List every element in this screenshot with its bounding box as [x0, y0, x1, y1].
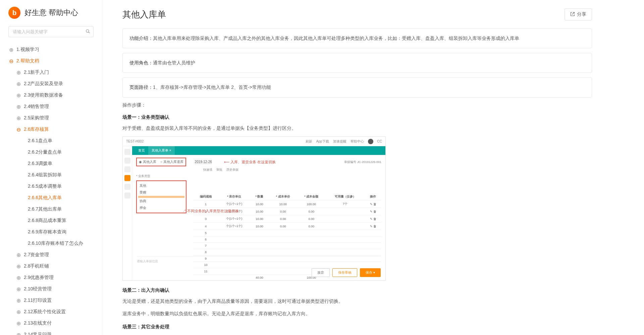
plus-icon	[16, 93, 21, 98]
nav-2-4[interactable]: 2.4销售管理	[8, 101, 94, 112]
intro-box: 功能介绍：其他入库单用来处理除采购入库、产成品入库之外的其他入库业务，因此其他入…	[122, 29, 592, 48]
logo-icon: b	[8, 7, 20, 19]
search-input[interactable]	[8, 26, 94, 37]
nav-2-9[interactable]: 2.9优惠券管理	[8, 272, 94, 283]
nav-stock-8[interactable]: 2.6.8商品成本重算	[8, 215, 94, 226]
plus-icon	[16, 252, 21, 258]
nav-2-12[interactable]: 2.12系统个性化设置	[8, 306, 94, 318]
nav-2-11[interactable]: 2.11打印设置	[8, 295, 94, 306]
plus-icon	[16, 264, 21, 269]
table-row: 4个(1个=1个)10.000.000.00✎ 🗑	[193, 223, 381, 230]
scene2-text1: 无论是受赠，还是其他类型的业务，由于入库商品质量等原因，需要退回，这时可通过单据…	[122, 297, 592, 306]
nav-stock-2[interactable]: 2.6.2分量盘点单	[8, 147, 94, 158]
nav-stock-4[interactable]: 2.6.4组装拆卸单	[8, 169, 94, 181]
nav-video[interactable]: 1.视频学习	[8, 44, 94, 55]
nav-2-5[interactable]: 2.5采购管理	[8, 112, 94, 124]
sidebar: b 好生意 帮助中心 1.视频学习 2.帮助文档 2.1新手入门 2.2产品安装…	[0, 0, 102, 335]
main-content: 其他入库单 分享 功能介绍：其他入库单用来处理除采购入库、产成品入库之外的其他入…	[102, 0, 612, 335]
role-label: 使用角色：	[129, 60, 153, 65]
intro-text: 其他入库单用来处理除采购入库、产成品入库之外的其他入库业务，因此其他入库单可处理…	[153, 36, 519, 41]
table-row: 5	[193, 230, 381, 236]
sp-body: ◉ 其他入库 ○ 其他入库退库 2019-12-26 ⟵ 入库、退货业务 在这里…	[132, 155, 385, 280]
scene1-title: 场景一：业务类型确认	[122, 114, 592, 120]
site-title: 好生意 帮助中心	[24, 8, 78, 18]
sp-radio-row: ◉ 其他入库 ○ 其他入库退库	[136, 158, 186, 166]
plus-icon	[16, 321, 21, 326]
sp-note-field: 请输入单据信息	[137, 256, 381, 264]
avatar-icon	[368, 139, 373, 144]
scene3-title: 场景三：其它业务处理	[122, 324, 592, 330]
search-box	[8, 26, 94, 37]
scene3-text: 1、赠品入库的商品直接转为销售。通过工具栏【复制/复制为销货单】功能，将单据信息…	[122, 333, 592, 335]
nav-2-3[interactable]: 2.3使用前数据准备	[8, 90, 94, 101]
sp-tabbar: 首页 其他入库单 ×	[132, 146, 385, 155]
plus-icon	[16, 115, 21, 121]
page-title: 其他入库单	[122, 9, 166, 20]
nav-stock-9[interactable]: 2.6.9库存账本查询	[8, 226, 94, 238]
plus-icon	[16, 275, 21, 280]
nav-2-8[interactable]: 2.8手机旺铺	[8, 261, 94, 272]
plus-icon	[16, 332, 21, 335]
sp-footer: 放弃 保存草稿 保存 ▾	[312, 268, 381, 277]
nav-2-14[interactable]: 2.14常见问题	[8, 329, 94, 335]
path-label: 页面路径：	[129, 85, 153, 90]
nav-2-7[interactable]: 2.7资金管理	[8, 249, 94, 261]
share-icon	[570, 12, 575, 17]
scene2-text2: 退库业务中，明细数量均以负值红色展示。无论是入库还是退库，库存账均记在入库方向。	[122, 309, 592, 318]
table-row: 3个(1个=1个)10.000.000.00✎ 🗑	[193, 215, 381, 223]
nav-stock-3[interactable]: 2.6.3调拨单	[8, 158, 94, 169]
sp-red-note2: ↗ 不同业务的入库类型在这里切换	[182, 209, 239, 214]
logo[interactable]: b 好生意 帮助中心	[8, 7, 94, 19]
nav-docs[interactable]: 2.帮助文档	[8, 55, 94, 67]
table-row: 6	[193, 236, 381, 243]
plus-icon	[16, 309, 21, 315]
plus-icon	[8, 47, 14, 52]
plus-icon	[16, 81, 21, 87]
sp-topbar: TEST-H002 刷新 App下载 加速提醒 帮助中心 CC	[123, 137, 385, 146]
embedded-screenshot: TEST-H002 刷新 App下载 加速提醒 帮助中心 CC 首页 其他入库单…	[122, 136, 386, 281]
nav-stock-6[interactable]: 2.6.6其他入库单	[8, 192, 94, 204]
path-text: 1、库存核算->库存管理->其他入库单 2、首页->常用功能	[153, 85, 271, 90]
role-box: 使用角色：通常由仓管人员维护	[122, 53, 592, 73]
nav-2-13[interactable]: 2.13在线支付	[8, 318, 94, 329]
nav-tree: 1.视频学习 2.帮助文档 2.1新手入门 2.2产品安装及登录 2.3使用前数…	[8, 44, 94, 335]
plus-icon	[16, 104, 21, 109]
plus-icon	[16, 286, 21, 292]
scene2-title: 场景二：出入方向确认	[122, 287, 592, 293]
intro-label: 功能介绍：	[129, 36, 153, 41]
nav-2-2[interactable]: 2.2产品安装及登录	[8, 78, 94, 90]
nav-stock-1[interactable]: 2.6.1盘点单	[8, 135, 94, 147]
minus-icon	[16, 127, 21, 132]
plus-icon	[16, 70, 21, 75]
sp-dropdown: 其他 受赠 协商 押金	[136, 180, 186, 213]
nav-stock-5[interactable]: 2.6.5成本调整单	[8, 181, 94, 192]
table-row: 7	[193, 243, 381, 249]
table-row: 1个(1个=1个)10.0010.00100.007个✎ 🗑	[193, 201, 381, 208]
steps-label: 操作步骤：	[122, 102, 592, 108]
plus-icon	[16, 298, 21, 303]
nav-stock[interactable]: 2.6库存核算	[8, 124, 94, 135]
nav-stock-10[interactable]: 2.6.10库存账本错了怎么办	[8, 238, 94, 249]
sp-leftnav	[123, 146, 132, 280]
path-box: 页面路径：1、库存核算->库存管理->其他入库单 2、首页->常用功能	[122, 77, 592, 97]
nav-2-10[interactable]: 2.10经营管理	[8, 283, 94, 295]
nav-2-1[interactable]: 2.1新手入门	[8, 67, 94, 78]
scene1-text: 对于受赠、盘盈或是拆装入库等不同的业务，是通过单据头【业务类型】进行区分。	[122, 124, 592, 133]
role-text: 通常由仓管人员维护	[153, 60, 195, 65]
sp-table: 编码规格 * 库存单位 * 数量 * 成本单价 * 成本金额 可用量（仅参） 操…	[193, 193, 381, 281]
table-row: 8	[193, 249, 381, 256]
share-button[interactable]: 分享	[565, 8, 592, 20]
nav-stock-7[interactable]: 2.6.7其他出库单	[8, 204, 94, 215]
minus-icon	[8, 58, 14, 64]
